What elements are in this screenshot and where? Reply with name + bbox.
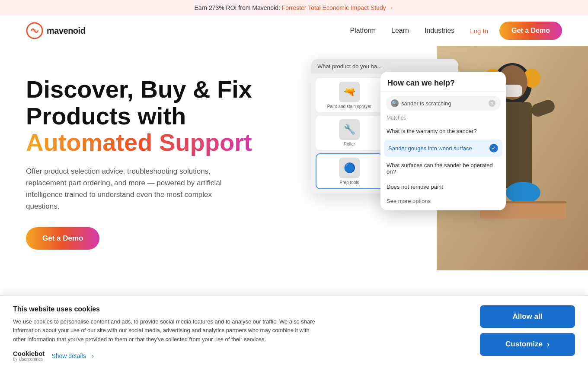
hero-cta-button[interactable]: Get a Demo bbox=[26, 227, 99, 250]
banner-text: Earn 273% ROI from Mavenoid: bbox=[194, 4, 280, 11]
navbar: mavenoid Platform Learn Industries Log I… bbox=[0, 16, 588, 46]
chat-option-gouges[interactable]: Sander gouges into wood surface ✓ bbox=[384, 140, 502, 157]
nav-links: Platform Learn Industries bbox=[350, 27, 454, 35]
clear-search-icon[interactable]: ✕ bbox=[489, 100, 495, 107]
matches-label: Matches bbox=[380, 115, 506, 124]
product-label-preptools: Prep tools bbox=[339, 180, 359, 185]
product-icon-sprayer: 🔫 bbox=[339, 82, 360, 102]
hero-subtitle: Offer product selection advice, troubles… bbox=[26, 165, 242, 212]
chat-see-more[interactable]: See more options bbox=[380, 194, 506, 210]
logo-icon bbox=[26, 22, 43, 39]
top-banner: Earn 273% ROI from Mavenoid: Forrester T… bbox=[0, 0, 588, 16]
chat-search-bar[interactable]: 🔍 sander is scratching ✕ bbox=[386, 96, 501, 111]
check-icon: ✓ bbox=[489, 144, 498, 152]
chat-option-warranty[interactable]: What is the warranty on the sander? bbox=[380, 124, 506, 139]
logo-text: mavenoid bbox=[47, 26, 85, 36]
nav-platform[interactable]: Platform bbox=[350, 27, 376, 35]
product-item-sprayer[interactable]: 🔫 Paint and stain sprayer bbox=[316, 78, 383, 112]
search-icon: 🔍 bbox=[391, 99, 399, 107]
nav-cta-button[interactable]: Get a Demo bbox=[499, 22, 562, 40]
svg-point-1 bbox=[33, 29, 36, 32]
hero-section: Discover, Buy & Fix Products with Automa… bbox=[0, 46, 588, 270]
product-item-roller[interactable]: 🔧 Roller bbox=[316, 116, 383, 150]
chat-option-nopaint[interactable]: Does not remove paint bbox=[380, 179, 506, 194]
hero-title-line1: Discover, Buy & Fix bbox=[26, 76, 252, 103]
banner-link[interactable]: Forrester Total Economic Impact Study → bbox=[282, 4, 394, 11]
product-icon-preptools: 🔵 bbox=[339, 158, 360, 178]
logo[interactable]: mavenoid bbox=[26, 22, 85, 39]
nav-industries[interactable]: Industries bbox=[425, 27, 454, 35]
product-label-roller: Roller bbox=[344, 142, 355, 146]
chat-header: How can we help? bbox=[380, 72, 506, 92]
login-link[interactable]: Log In bbox=[470, 27, 488, 35]
hero-title: Discover, Buy & Fix Products with Automa… bbox=[26, 76, 252, 156]
hero-text: Discover, Buy & Fix Products with Automa… bbox=[26, 63, 252, 250]
hero-title-line2: Products with bbox=[26, 102, 186, 130]
nav-learn[interactable]: Learn bbox=[391, 27, 409, 35]
chat-ui-card: How can we help? 🔍 sander is scratching … bbox=[380, 72, 506, 210]
product-icon-roller: 🔧 bbox=[339, 119, 360, 140]
hero-title-gradient: Automated Support bbox=[26, 129, 252, 156]
chat-option-surfaces[interactable]: What surfaces can the sander be operated… bbox=[380, 158, 506, 179]
chat-search-text: sander is scratching bbox=[401, 100, 486, 107]
product-label-sprayer: Paint and stain sprayer bbox=[327, 104, 371, 109]
hero-right-visuals: What product do you ha... 🔫 Paint and st… bbox=[311, 46, 588, 270]
product-item-preptools[interactable]: 🔵 Prep tools bbox=[316, 153, 383, 189]
svg-point-12 bbox=[506, 182, 540, 203]
chat-option-gouges-text: Sander gouges into wood surface bbox=[388, 145, 472, 152]
